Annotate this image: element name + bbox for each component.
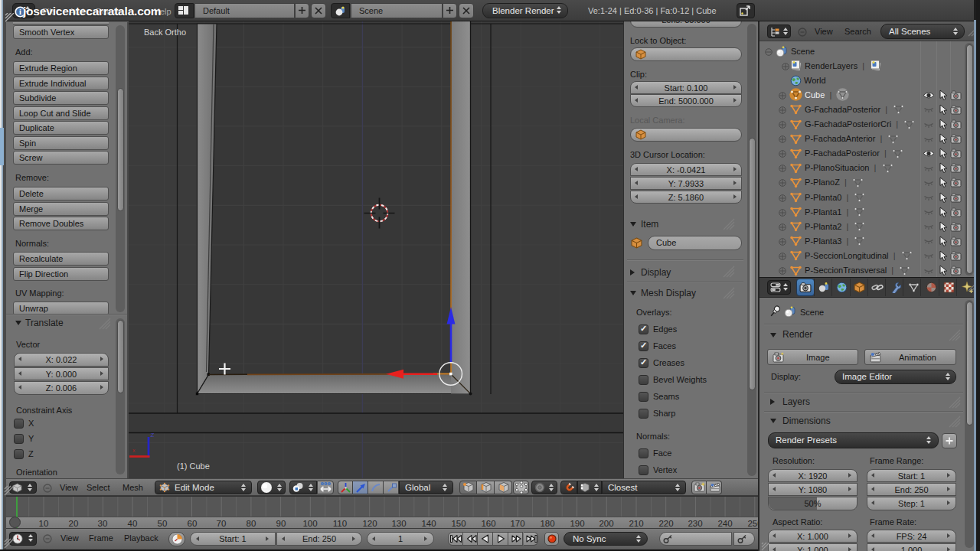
svg-text:x: x: [132, 448, 136, 453]
svg-text:i: i: [19, 8, 21, 16]
svg-text:Z: Z: [151, 432, 155, 439]
